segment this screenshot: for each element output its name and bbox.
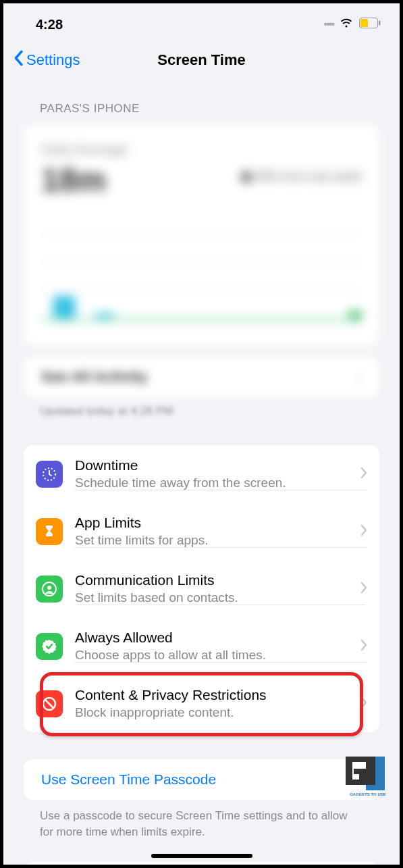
svg-text:GADGETS TO USE: GADGETS TO USE <box>350 792 386 796</box>
chevron-left-icon <box>13 50 24 70</box>
row-subtitle: Schedule time away from the screen. <box>75 476 354 490</box>
share-across-devices-row: Share Across Devices <box>24 862 379 868</box>
content-privacy-row[interactable]: Content & Privacy Restrictions Block ina… <box>24 675 379 732</box>
chevron-right-icon <box>360 639 367 654</box>
usage-card[interactable]: Daily Average 18m 98% from last week <box>24 124 379 347</box>
communication-limits-row[interactable]: Communication Limits Set limits based on… <box>24 560 379 617</box>
footer-text: Use a passcode to secure Screen Time set… <box>3 800 400 843</box>
row-title: Communication Limits <box>75 572 354 588</box>
row-subtitle: Choose apps to allow at all times. <box>75 648 354 663</box>
cellular-dots-icon: •••• <box>324 18 333 30</box>
chevron-right-icon <box>360 696 367 711</box>
chevron-right-icon <box>360 467 367 482</box>
chevron-right-icon <box>360 582 367 596</box>
battery-icon <box>359 18 381 31</box>
row-title: Content & Privacy Restrictions <box>75 687 354 703</box>
row-subtitle: Block inappropriate content. <box>75 705 354 720</box>
row-subtitle: Set limits based on contacts. <box>75 590 354 605</box>
home-indicator[interactable] <box>151 854 252 858</box>
back-label: Settings <box>26 51 80 69</box>
content: PARAS'S IPHONE Daily Average 18m 98% fro… <box>3 82 400 868</box>
svg-rect-15 <box>354 769 366 774</box>
see-all-activity-link[interactable]: See All Activity › <box>24 356 379 398</box>
updated-text: Updated today at 4:28 PM <box>3 398 400 421</box>
svg-rect-10 <box>366 785 385 790</box>
no-sign-icon <box>36 690 63 717</box>
downtime-row[interactable]: Downtime Schedule time away from the scr… <box>24 445 379 503</box>
page-title: Screen Time <box>157 51 245 69</box>
svg-line-7 <box>45 700 53 708</box>
row-subtitle: Set time limits for apps. <box>75 533 354 548</box>
hourglass-icon <box>36 518 63 545</box>
downtime-icon <box>36 461 63 488</box>
svg-rect-8 <box>366 757 375 785</box>
passcode-link-group: Use Screen Time Passcode <box>24 759 379 800</box>
app-limits-row[interactable]: App Limits Set time limits for apps. <box>24 503 379 560</box>
svg-rect-1 <box>360 19 368 27</box>
person-circle-icon <box>36 576 63 603</box>
chevron-right-icon: › <box>357 369 362 385</box>
status-time: 4:28 <box>36 17 63 32</box>
chevron-right-icon <box>360 524 367 539</box>
status-bar: 4:28 •••• <box>3 3 400 40</box>
navigation-bar: Settings Screen Time <box>3 40 400 82</box>
usage-title: Daily Average <box>41 141 362 157</box>
usage-comparison: 98% from last week <box>241 170 362 184</box>
usage-chart <box>41 233 362 321</box>
svg-rect-2 <box>379 21 381 26</box>
wifi-icon <box>339 17 354 32</box>
back-button[interactable]: Settings <box>13 50 80 70</box>
row-title: Downtime <box>75 457 354 474</box>
section-header: PARAS'S IPHONE <box>3 82 400 124</box>
status-right: •••• <box>324 17 381 32</box>
always-allowed-row[interactable]: Always Allowed Choose apps to allow at a… <box>24 617 379 675</box>
limits-list: Downtime Schedule time away from the scr… <box>24 445 379 732</box>
checkmark-seal-icon <box>36 633 63 660</box>
watermark-logo: GADGETS TO USE <box>342 755 394 797</box>
row-title: Always Allowed <box>75 630 354 646</box>
svg-point-5 <box>47 586 51 590</box>
row-title: App Limits <box>75 515 354 531</box>
use-passcode-link[interactable]: Use Screen Time Passcode <box>41 771 362 788</box>
